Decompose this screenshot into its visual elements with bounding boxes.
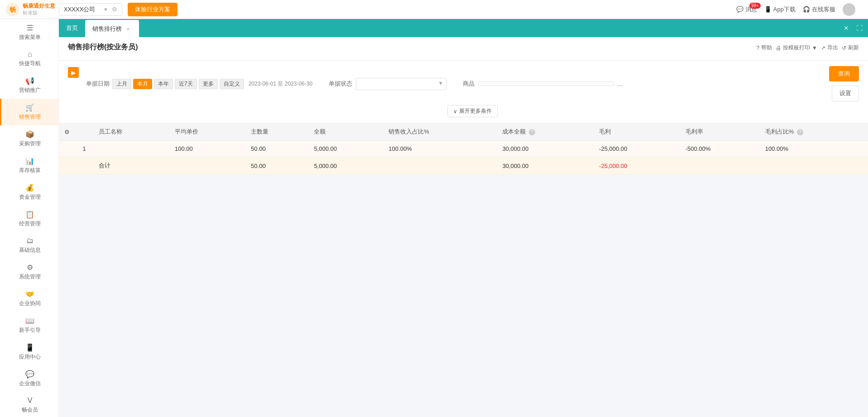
goods-label: 商品 — [463, 80, 475, 88]
refresh-icon: ↺ — [842, 45, 846, 51]
col-amount: 全额 — [308, 123, 383, 141]
app-download-button[interactable]: 📱 App下载 — [764, 5, 796, 14]
search-order-icon: ☰ — [27, 24, 33, 32]
footer-row: 合计 50.00 5,000.00 30,000.00 -25,000.00 — [59, 157, 868, 175]
system-icon: ⚙ — [27, 263, 33, 272]
message-button[interactable]: 💬 消息 99+ — [736, 5, 757, 14]
inventory-icon: 📊 — [25, 157, 34, 165]
gear-icon[interactable]: ⚙ — [64, 129, 70, 135]
sidebar-item-purchase[interactable]: 📦采购管理 — [0, 125, 58, 152]
goods-filter: 商品 ... — [463, 80, 623, 88]
basic-info-icon: 🗂 — [26, 237, 34, 245]
message-icon: 💬 — [736, 6, 743, 13]
company-name: XXXXX公司 — [64, 5, 101, 14]
export-button[interactable]: ↗ 导出 — [821, 44, 838, 52]
sidebar-item-member[interactable]: V畅会员 — [0, 392, 58, 417]
query-button[interactable]: 查询 — [829, 66, 859, 81]
sidebar-item-system[interactable]: ⚙系统管理 — [0, 259, 58, 285]
tab-sales-ranking[interactable]: 销售排行榜 × — [85, 20, 139, 38]
sidebar-item-enterprise[interactable]: 🤝企业协同 — [0, 285, 58, 312]
page-content: 销售排行榜(按业务员) ? 帮助 🖨 按模板打印 ▼ — [59, 37, 868, 417]
row-profit: -25,000.00 — [594, 141, 680, 157]
info-icon[interactable]: ? — [529, 129, 535, 135]
operations-icon: 📋 — [25, 210, 34, 219]
sidebar-label: 企业微信 — [19, 380, 41, 388]
footer-profit-rate — [680, 157, 760, 175]
sidebar-item-wechat[interactable]: 💬企业微信 — [0, 365, 58, 392]
filter-toggle-button[interactable]: ▶ — [68, 67, 79, 78]
sidebar-item-sales[interactable]: 🛒销售管理 — [0, 99, 58, 125]
page-header: 销售排行榜(按业务员) ? 帮助 🖨 按模板打印 ▼ — [59, 37, 868, 61]
sidebar-label: 库存核算 — [19, 167, 41, 174]
sidebar-item-marketing[interactable]: 📢营销推广 — [0, 72, 58, 99]
chevron-down-icon: ▼ — [103, 7, 108, 12]
tab-home[interactable]: 首页 — [59, 19, 85, 37]
settings-button[interactable]: 设置 — [832, 85, 859, 101]
settings-icon[interactable]: ⚙ — [112, 6, 117, 13]
sidebar-label: 企业协同 — [19, 300, 41, 307]
row-profit-pct: 100.00% — [760, 141, 868, 157]
chevron-down-icon: ∨ — [453, 108, 457, 115]
status-select[interactable]: ▼ — [356, 78, 446, 90]
help-button[interactable]: ? 帮助 — [756, 44, 772, 52]
purchase-icon: 📦 — [25, 130, 34, 139]
date-btn-更多[interactable]: 更多 — [199, 79, 218, 89]
wechat-icon: 💬 — [25, 370, 34, 379]
row-amount: 5,000.00 — [308, 141, 383, 157]
date-btn-上月[interactable]: 上月 — [112, 79, 131, 89]
data-table: ⚙ 员工名称 平均单价 主数量 全额 销售收入占比% 成本全额 — [59, 123, 868, 175]
refresh-button[interactable]: ↺ 刷新 — [842, 44, 859, 52]
sidebar-label: 销售管理 — [19, 113, 41, 121]
sidebar-item-guide[interactable]: 📖新手引导 — [0, 312, 58, 339]
logo-text: 畅康通好生意 标准版 — [23, 3, 55, 16]
date-btn-自定义[interactable]: 自定义 — [220, 79, 244, 89]
table-footer: 合计 50.00 5,000.00 30,000.00 -25,000.00 — [59, 157, 868, 175]
goods-more-btn[interactable]: ... — [618, 81, 623, 87]
table-area: ⚙ 员工名称 平均单价 主数量 全额 销售收入占比% 成本全额 — [59, 123, 868, 175]
col-avg-price: 平均单价 — [169, 123, 245, 141]
logo: 畅 畅康通好生意 标准版 — [5, 2, 55, 17]
print-button[interactable]: 🖨 按模板打印 ▼ — [776, 44, 817, 52]
chevron-down-icon: ▼ — [812, 45, 817, 51]
date-btn-本月[interactable]: 本月 — [133, 79, 152, 89]
tab-close-button[interactable]: × — [125, 25, 132, 33]
sidebar-item-operations[interactable]: 📋经营管理 — [0, 206, 58, 232]
row-avg-price: 100.00 — [169, 141, 245, 157]
online-service-button[interactable]: 🎧 在线客服 — [803, 5, 835, 14]
sidebar-label: 搜索菜单 — [19, 34, 41, 41]
footer-qty: 50.00 — [245, 157, 308, 175]
sidebar-item-app-center[interactable]: 📱应用中心 — [0, 339, 58, 365]
date-label: 单据日期 — [86, 80, 110, 88]
row-sales-pct: 100.00% — [383, 141, 497, 157]
sidebar-item-basic-info[interactable]: 🗂基础信息 — [0, 232, 58, 259]
trial-button[interactable]: 体验行业方案 — [128, 3, 177, 16]
footer-cost-amount: 30,000.00 — [497, 157, 594, 175]
sidebar-item-quick-nav[interactable]: ⌂快捷导航 — [0, 46, 58, 72]
member-icon: V — [28, 397, 33, 405]
tab-close-all-icon[interactable]: ✕ — [842, 23, 851, 34]
tab-expand-icon[interactable]: ⛶ — [854, 23, 864, 34]
col-profit-pct: 毛利占比% ? — [760, 123, 868, 141]
status-label: 单据状态 — [329, 80, 352, 88]
query-buttons: 查询 设置 — [829, 66, 859, 101]
expand-more-area: ∨ 展开更多条件 — [86, 105, 859, 117]
footer-avg-price — [169, 157, 245, 175]
goods-select[interactable] — [478, 81, 614, 86]
expand-more-button[interactable]: ∨ 展开更多条件 — [447, 105, 498, 117]
page-title: 销售排行榜(按业务员) — [68, 43, 138, 52]
tab-bar-right: ✕ ⛶ — [842, 23, 868, 34]
sidebar-item-search-order[interactable]: ☰搜索菜单 — [0, 19, 58, 46]
info-icon-2[interactable]: ? — [797, 129, 803, 135]
company-selector[interactable]: XXXXX公司 ▼ ⚙ — [59, 3, 122, 16]
avatar[interactable] — [843, 3, 855, 16]
table-body: 1 100.00 50.00 5,000.00 100.00% 30,000.0… — [59, 141, 868, 157]
sidebar-item-inventory[interactable]: 📊库存核算 — [0, 152, 58, 179]
row-cost-amount: 30,000.00 — [497, 141, 594, 157]
date-btn-近7天[interactable]: 近7天 — [175, 79, 197, 89]
quick-nav-icon: ⌂ — [28, 50, 32, 58]
date-btn-本年[interactable]: 本年 — [154, 79, 173, 89]
col-qty: 主数量 — [245, 123, 308, 141]
sidebar-label: 营销推广 — [19, 86, 41, 94]
date-range: 2023-06-01 至 2023-06-30 — [249, 80, 312, 88]
sidebar-item-finance[interactable]: 💰资金管理 — [0, 179, 58, 206]
